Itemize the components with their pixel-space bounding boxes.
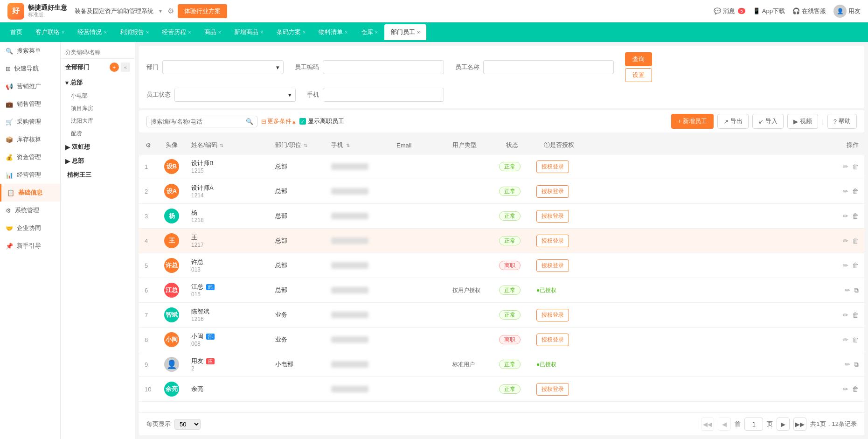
nav-tab-operation[interactable]: 经营情况 × [71, 24, 113, 40]
close-icon[interactable]: × [104, 29, 106, 35]
sidebar-item-finance[interactable]: 💰 资金管理 [0, 148, 60, 166]
help-button[interactable]: ? 帮助 [827, 114, 857, 129]
col-phone-header[interactable]: 手机 ⇅ [326, 136, 391, 154]
online-service-action[interactable]: 🎧 在线客服 [792, 7, 826, 15]
edit-icon[interactable]: ✏ [843, 188, 848, 195]
edit-icon[interactable]: ✏ [843, 212, 848, 220]
page-input[interactable] [744, 418, 763, 431]
authorize-button[interactable]: 授权登录 [536, 235, 569, 247]
tree-child-xiaodian[interactable]: 小电部 [61, 90, 135, 102]
nav-tab-customer[interactable]: 客户联络 × [29, 24, 71, 40]
sidebar-item-nav[interactable]: ⊞ 快速导航 [0, 60, 60, 77]
nav-tab-profit[interactable]: 利润报告 × [113, 24, 155, 40]
import-button[interactable]: ↙ 导入 [752, 114, 784, 129]
sort-icon-dept[interactable]: ⇅ [304, 143, 307, 148]
col-name-header[interactable]: 姓名/编码 ⇅ [186, 136, 270, 154]
app-download-action[interactable]: 📱 App下载 [753, 7, 785, 15]
phone-input[interactable] [323, 88, 444, 102]
tree-group-shuanghong[interactable]: ▶ 双虹想 [61, 140, 135, 154]
sidebar-item-system[interactable]: ⚙ 系统管理 [0, 202, 60, 219]
authorize-button[interactable]: 授权登录 [536, 259, 569, 272]
authorize-button[interactable]: 授权登录 [536, 383, 569, 396]
export-button[interactable]: ↗ 导出 [717, 114, 749, 129]
delete-icon[interactable]: 🗑 [852, 212, 859, 220]
show-inactive-toggle[interactable]: ✓ 显示离职员工 [299, 117, 344, 125]
copy-icon[interactable]: ⧉ [854, 286, 859, 294]
close-icon[interactable]: × [260, 29, 263, 35]
first-page-button[interactable]: ◀◀ [701, 418, 714, 431]
tree-collapse-button[interactable]: « [121, 63, 130, 72]
sidebar-item-sales[interactable]: 💼 销售管理 [0, 95, 60, 113]
tree-group-zhishu[interactable]: 植树王三 [61, 168, 135, 182]
close-icon[interactable]: × [345, 29, 347, 35]
sidebar-item-marketing[interactable]: 📢 营销推广 [0, 77, 60, 95]
delete-icon[interactable]: 🗑 [852, 163, 859, 170]
sort-icon-name[interactable]: ⇅ [220, 143, 223, 148]
close-icon[interactable]: × [146, 29, 149, 35]
col-settings[interactable]: ⚙ [139, 136, 158, 154]
edit-icon[interactable]: ✏ [843, 237, 848, 244]
prev-page-button[interactable]: ◀ [718, 418, 731, 431]
close-icon[interactable]: × [303, 29, 306, 35]
tree-child-shenyang[interactable]: 沈阳大库 [61, 115, 135, 127]
emp-name-input[interactable] [483, 60, 614, 74]
tree-child-peihua[interactable]: 配货 [61, 127, 135, 140]
edit-icon[interactable]: ✏ [843, 311, 848, 319]
more-filter-button[interactable]: ⊟ 更多条件 ▴ [261, 117, 296, 125]
emp-status-select[interactable] [174, 88, 296, 102]
user-action[interactable]: 👤 用友 [833, 5, 861, 18]
search-input[interactable] [151, 118, 244, 125]
sidebar-item-guide[interactable]: 📌 新手引导 [0, 237, 60, 255]
edit-icon[interactable]: ✏ [843, 262, 848, 269]
edit-icon[interactable]: ✏ [843, 385, 848, 393]
close-icon[interactable]: × [62, 29, 64, 35]
close-icon[interactable]: × [188, 29, 191, 35]
delete-icon[interactable]: 🗑 [852, 188, 859, 195]
nav-tab-barcode[interactable]: 条码方案 × [270, 24, 312, 40]
sidebar-item-purchase[interactable]: 🛒 采购管理 [0, 113, 60, 131]
authorize-button[interactable]: 授权登录 [536, 334, 569, 346]
emp-code-input[interactable] [323, 60, 444, 74]
nav-tab-employee[interactable]: 部门员工 × [384, 24, 426, 40]
search-button[interactable]: 查询 [625, 52, 652, 66]
sidebar-item-search[interactable]: 🔍 搜索菜单 [0, 42, 60, 60]
copy-icon[interactable]: ⧉ [854, 361, 859, 369]
sort-icon-phone[interactable]: ⇅ [346, 143, 350, 148]
sidebar-item-inventory[interactable]: 📦 库存核算 [0, 131, 60, 148]
trial-button[interactable]: 体验行业方案 [178, 4, 227, 18]
edit-icon[interactable]: ✏ [845, 361, 850, 368]
tree-child-project[interactable]: 项目库房 [61, 102, 135, 115]
authorize-button[interactable]: 授权登录 [536, 309, 569, 321]
delete-icon[interactable]: 🗑 [852, 336, 859, 343]
nav-tab-goods[interactable]: 商品 × [198, 24, 228, 40]
sidebar-item-collab[interactable]: 🤝 企业协同 [0, 219, 60, 237]
close-icon[interactable]: × [417, 29, 420, 35]
search-icon[interactable]: 🔍 [246, 118, 253, 125]
authorize-button[interactable]: 授权登录 [536, 210, 569, 223]
per-page-select[interactable]: 50 100 200 [174, 419, 201, 430]
delete-icon[interactable]: 🗑 [852, 262, 859, 269]
nav-tab-bom[interactable]: 物料清单 × [312, 24, 354, 40]
next-page-button[interactable]: ▶ [777, 418, 790, 431]
dept-select[interactable] [162, 60, 284, 74]
close-icon[interactable]: × [218, 29, 221, 35]
edit-icon[interactable]: ✏ [843, 336, 848, 343]
sidebar-item-basic[interactable]: 📋 基础信息 [0, 184, 60, 202]
delete-icon[interactable]: 🗑 [852, 311, 859, 319]
tree-group-headquarter[interactable]: ▾ 总部 [61, 76, 135, 90]
message-action[interactable]: 💬 消息 5 [714, 7, 745, 15]
tree-group-headquarter2[interactable]: ▶ 总部 [61, 154, 135, 168]
edit-icon[interactable]: ✏ [843, 163, 848, 170]
nav-tab-add-goods[interactable]: 新增商品 × [228, 24, 270, 40]
tree-search-input[interactable] [65, 49, 135, 56]
nav-tab-home[interactable]: 首页 [4, 24, 29, 40]
col-dept-header[interactable]: 部门/职位 ⇅ [270, 136, 326, 154]
nav-tab-warehouse[interactable]: 仓库 × [354, 24, 384, 40]
delete-icon[interactable]: 🗑 [852, 237, 859, 244]
set-button[interactable]: 设置 [625, 68, 652, 82]
gear-setting-icon[interactable]: ⚙ [167, 7, 174, 15]
add-employee-button[interactable]: + 新增员工 [671, 114, 714, 129]
authorize-button[interactable]: 授权登录 [536, 160, 569, 173]
delete-icon[interactable]: 🗑 [852, 385, 859, 393]
nav-tab-history[interactable]: 经营历程 × [155, 24, 197, 40]
